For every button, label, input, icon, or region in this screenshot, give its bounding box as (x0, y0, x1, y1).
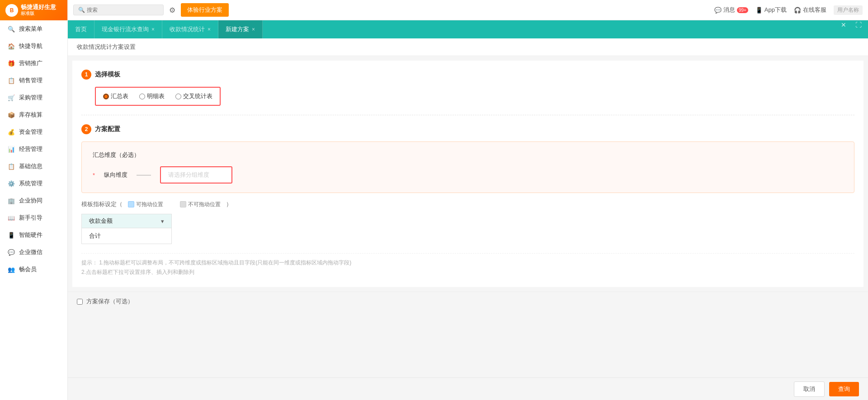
search-icon: 🔍 (78, 7, 85, 13)
tab-new-plan[interactable]: 新建方案 × (218, 20, 263, 38)
metrics-table-header[interactable]: 收款金额 ▾ (82, 214, 171, 228)
tips-section: 提示： 1.拖动标题栏可以调整布局，不可跨维度或指标区域拖动且目字段(只能在同一… (81, 253, 854, 276)
radio-crosstab[interactable]: 交叉统计表 (175, 92, 212, 100)
close-new-plan-icon[interactable]: × (252, 26, 255, 33)
sidebar-item-enterprise[interactable]: 🏢 企业协同 (0, 192, 67, 209)
window-controls: ✕ ⛶ (838, 20, 868, 38)
query-button[interactable]: 查询 (829, 382, 859, 396)
form-section: 1 选择模板 汇总表 明细表 交叉统计表 2 (72, 61, 863, 287)
window-maximize-icon[interactable]: ⛶ (853, 20, 864, 38)
sidebar-header: B 畅捷通好生意 标准版 (0, 0, 67, 20)
metrics-close-paren: ） (226, 200, 232, 208)
cancel-button[interactable]: 取消 (794, 381, 825, 397)
sidebar-item-inventory[interactable]: 📦 库存核算 (0, 106, 67, 123)
sidebar-item-operations[interactable]: 📊 经营管理 (0, 141, 67, 158)
sidebar-item-marketing[interactable]: 🎁 营销推广 (0, 55, 67, 72)
sidebar-item-hardware[interactable]: 📱 智能硬件 (0, 226, 67, 244)
messages-btn[interactable]: 💬 消息 99+ (714, 6, 748, 14)
radio-crosstab-input[interactable] (175, 94, 181, 99)
fixed-label: 不可拖动位置 (188, 201, 221, 208)
sidebar-item-basics[interactable]: 📋 基础信息 (0, 158, 67, 175)
step2-text: 方案配置 (95, 125, 120, 133)
purchase-icon: 🛒 (7, 94, 15, 102)
main-area: 🔍 ⚙ 体验行业方案 💬 消息 99+ 📱 App下载 🎧 在线客服 用户名称 (68, 0, 868, 400)
guide-icon: 📖 (7, 214, 15, 222)
logo-icon: B (5, 4, 18, 17)
sidebar-item-search-menu[interactable]: 🔍 搜索菜单 (0, 20, 67, 38)
metrics-table: 收款金额 ▾ 合计 (81, 214, 172, 244)
tip-line-1: 提示： 1.拖动标题栏可以调整布局，不可跨维度或指标区域拖动且目字段(只能在同一… (81, 259, 854, 267)
radio-detail-input[interactable] (139, 94, 145, 99)
tab-receipt-stats[interactable]: 收款情况统计 × (162, 20, 218, 38)
movable-indicator: 可拖动位置 (128, 201, 163, 208)
system-icon: ⚙️ (7, 179, 15, 188)
step1-label: 1 选择模板 (81, 70, 854, 80)
sidebar-item-system[interactable]: ⚙️ 系统管理 (0, 175, 67, 192)
tabbar: 首页 现金银行流水查询 × 收款情况统计 × 新建方案 × ✕ ⛶ (68, 20, 868, 38)
dimension-title: 汇总维度（必选） (93, 151, 843, 159)
save-checkbox[interactable] (77, 299, 83, 305)
search-input[interactable] (87, 7, 159, 13)
step1-circle: 1 (81, 70, 91, 80)
wechat-icon: 💬 (7, 248, 15, 256)
tab-bank-flow[interactable]: 现金银行流水查询 × (94, 20, 162, 38)
radio-detail[interactable]: 明细表 (139, 92, 165, 100)
enterprise-icon: 🏢 (7, 197, 15, 205)
movable-dot (128, 201, 134, 207)
sidebar-item-quick-nav[interactable]: 🏠 快捷导航 (0, 38, 67, 55)
sidebar-item-finance[interactable]: 💰 资金管理 (0, 123, 67, 141)
window-close-icon[interactable]: ✕ (838, 20, 849, 38)
tip-line-2: 2.点击标题栏下拉可设置排序、插入列和删除列 (81, 268, 854, 276)
footer-bar: 取消 查询 (68, 377, 868, 400)
column-dropdown-icon[interactable]: ▾ (161, 218, 164, 225)
metrics-table-row: 合计 (82, 228, 171, 244)
save-option: 方案保存（可选） (68, 292, 868, 311)
industry-btn[interactable]: 体验行业方案 (181, 3, 229, 17)
search-menu-icon: 🔍 (7, 25, 15, 33)
save-label[interactable]: 方案保存（可选） (86, 297, 133, 306)
user-avatar[interactable]: 用户名称 (834, 5, 863, 15)
search-box[interactable]: 🔍 (73, 5, 164, 15)
close-receipt-stats-icon[interactable]: × (208, 26, 211, 33)
metrics-header: 模板指标设定（ 可拖动位置 不可拖动位置 ） (81, 200, 854, 208)
radio-summary-input[interactable] (103, 94, 109, 99)
inventory-icon: 📦 (7, 111, 15, 119)
gift-icon: 🎁 (7, 59, 15, 67)
required-marker: * (93, 172, 95, 179)
tab-home[interactable]: 首页 (68, 20, 94, 38)
sidebar-item-sales[interactable]: 📋 销售管理 (0, 72, 67, 89)
finance-icon: 💰 (7, 128, 15, 136)
app-icon: 📱 (755, 7, 763, 14)
fixed-dot (180, 201, 186, 207)
step2-circle: 2 (81, 124, 91, 134)
movable-label: 可拖动位置 (136, 201, 163, 208)
breadcrumb: 收款情况统计方案设置 (77, 43, 136, 50)
template-selection: 汇总表 明细表 交叉统计表 (95, 87, 221, 106)
content-area: 收款情况统计方案设置 1 选择模板 汇总表 明细表 交叉统计 (68, 38, 868, 377)
radio-summary[interactable]: 汇总表 (103, 92, 128, 100)
metrics-separator (169, 200, 175, 208)
support-icon: 🎧 (794, 7, 801, 14)
sidebar-item-wechat[interactable]: 💬 企业微信 (0, 244, 67, 261)
dimension-section: 汇总维度（必选） * 纵向维度 —— 请选择分组维度 (81, 141, 854, 193)
step2-label: 2 方案配置 (81, 124, 854, 134)
radio-summary-label[interactable]: 汇总表 (111, 92, 128, 100)
sidebar-item-member[interactable]: 👥 畅会员 (0, 261, 67, 278)
logo-sub: 标准版 (21, 10, 56, 17)
radio-detail-label[interactable]: 明细表 (147, 92, 165, 100)
topbar-right: 💬 消息 99+ 📱 App下载 🎧 在线客服 用户名称 (714, 5, 863, 15)
close-bank-flow-icon[interactable]: × (151, 26, 155, 33)
column-header-text: 收款金额 (89, 217, 113, 225)
sidebar-item-guide[interactable]: 📖 新手引导 (0, 209, 67, 226)
arrow-icon: —— (137, 171, 151, 179)
online-support-btn[interactable]: 🎧 在线客服 (794, 6, 826, 14)
app-download-btn[interactable]: 📱 App下载 (755, 6, 787, 14)
dimension-select[interactable]: 请选择分组维度 (160, 166, 232, 184)
radio-crosstab-label[interactable]: 交叉统计表 (183, 92, 212, 100)
dimension-row: * 纵向维度 —— 请选择分组维度 (93, 166, 843, 184)
sidebar-item-purchase[interactable]: 🛒 采购管理 (0, 89, 67, 106)
message-icon: 💬 (714, 7, 722, 14)
settings-icon[interactable]: ⚙ (167, 4, 177, 16)
page-header: 收款情况统计方案设置 (68, 38, 868, 56)
operations-icon: 📊 (7, 145, 15, 153)
